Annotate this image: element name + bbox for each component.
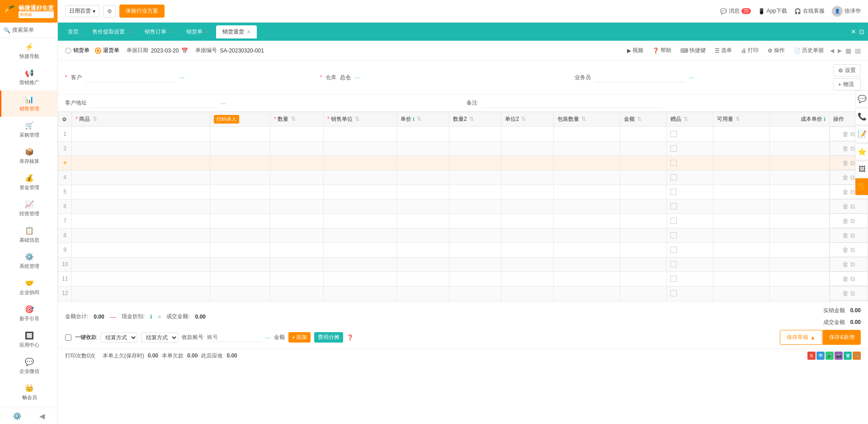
- qty-cell-10[interactable]: [270, 257, 324, 272]
- gift-checkbox-9[interactable]: [670, 247, 677, 253]
- product-cell-12[interactable]: [72, 286, 210, 300]
- account-input[interactable]: [207, 333, 261, 342]
- qty-cell-11[interactable]: [270, 272, 324, 286]
- qty-cell-2[interactable]: [270, 141, 324, 156]
- add-row-btn-3[interactable]: +: [63, 159, 67, 167]
- user-menu[interactable]: 👤 徐泽华: [832, 6, 861, 17]
- right-panel-star[interactable]: ⭐: [855, 143, 868, 160]
- right-panel-phone[interactable]: 📞: [855, 108, 868, 125]
- price-cell-2[interactable]: [396, 141, 449, 156]
- gift-cell-8[interactable]: [666, 228, 713, 243]
- staff-input[interactable]: [594, 73, 685, 82]
- sidebar-item-enterprise[interactable]: 🤝 企业协同: [0, 274, 57, 300]
- tab-sales-delivery-close[interactable]: ✕: [205, 29, 209, 34]
- product-sort-icon[interactable]: ⇅: [93, 116, 97, 122]
- qty-cell-12[interactable]: [270, 286, 324, 300]
- cost-info-icon[interactable]: ℹ: [824, 116, 826, 122]
- row-delete-9[interactable]: 🗑: [842, 246, 849, 253]
- gift-cell-6[interactable]: [666, 199, 713, 214]
- qty2-cell-8[interactable]: [449, 228, 501, 243]
- sidebar-item-marketing[interactable]: 📢 营销推广: [0, 64, 57, 91]
- online-service-btn[interactable]: 🎧 在线客服: [794, 7, 825, 15]
- row-copy-3[interactable]: ⧉: [850, 159, 855, 167]
- staff-ellipsis[interactable]: ···: [689, 74, 694, 81]
- gift-checkbox-8[interactable]: [670, 232, 677, 238]
- sidebar-item-purchase[interactable]: 🛒 采购管理: [0, 117, 57, 143]
- gift-checkbox-6[interactable]: [670, 203, 677, 210]
- gift-checkbox-4[interactable]: [670, 174, 677, 181]
- qty-cell-6[interactable]: [270, 199, 324, 214]
- qty2-cell-9[interactable]: [449, 243, 501, 257]
- unit-cell-7[interactable]: [323, 214, 396, 228]
- row-copy-2[interactable]: ⧉: [850, 145, 855, 152]
- row-delete-2[interactable]: 🗑: [842, 145, 849, 152]
- row-copy-10[interactable]: ⧉: [850, 261, 855, 268]
- product-input-active[interactable]: [75, 160, 206, 166]
- row-copy-8[interactable]: ⧉: [850, 232, 855, 239]
- product-cell-6[interactable]: [72, 199, 210, 214]
- qty2-sort-icon[interactable]: ⇅: [469, 116, 474, 122]
- product-cell-7[interactable]: [72, 214, 210, 228]
- product-cell-9[interactable]: [72, 243, 210, 257]
- scan-btn[interactable]: 扫码录入: [214, 115, 239, 124]
- row-delete-8[interactable]: 🗑: [842, 232, 849, 239]
- experience-btn[interactable]: 体验行业方案: [119, 5, 165, 18]
- view-list-icon[interactable]: ▦: [845, 47, 851, 54]
- row-copy-12[interactable]: ⧉: [850, 290, 855, 297]
- unit-cell-9[interactable]: [323, 243, 396, 257]
- price-cell-9[interactable]: [396, 243, 449, 257]
- unit-cell-10[interactable]: [323, 257, 396, 272]
- amount-sort-icon[interactable]: ⇅: [637, 116, 642, 122]
- qty2-cell-1[interactable]: [449, 127, 501, 142]
- radio-delivery[interactable]: 销货单: [65, 47, 90, 54]
- row-copy-4[interactable]: ⧉: [850, 174, 855, 181]
- sidebar-bottom-collapse[interactable]: ◀: [39, 412, 45, 420]
- remarks-input[interactable]: [481, 98, 662, 108]
- avail-sort-icon[interactable]: ⇅: [736, 116, 740, 122]
- qty2-cell-2[interactable]: [449, 141, 501, 156]
- product-cell-2[interactable]: [72, 141, 210, 156]
- row-delete-1[interactable]: 🗑: [842, 130, 849, 138]
- one-key-receive-checkbox[interactable]: [65, 334, 71, 341]
- gift-checkbox-2[interactable]: [670, 145, 677, 152]
- settings-btn[interactable]: ⚙ 设置: [833, 64, 861, 76]
- unit-cell-5[interactable]: [323, 185, 396, 199]
- product-cell-11[interactable]: [72, 272, 210, 286]
- toolbar-video[interactable]: ▶ 视频: [624, 45, 646, 56]
- gift-checkbox-1[interactable]: [670, 131, 677, 137]
- sidebar-item-operations[interactable]: 📈 经营管理: [0, 195, 57, 222]
- price-cell-7[interactable]: [396, 214, 449, 228]
- price-cell-12[interactable]: [396, 286, 449, 300]
- unit-cell-4[interactable]: [323, 170, 396, 185]
- unit-cell-6[interactable]: [323, 199, 396, 214]
- qty-cell-4[interactable]: [270, 170, 324, 185]
- qty2-cell-11[interactable]: [449, 272, 501, 286]
- right-panel-image[interactable]: 🖼: [855, 161, 868, 177]
- gift-cell-11[interactable]: [666, 272, 713, 286]
- tab-price-setting-close[interactable]: ✕: [127, 29, 131, 34]
- qty-cell-7[interactable]: [270, 214, 324, 228]
- gear-header-icon[interactable]: ⚙: [62, 116, 67, 123]
- gift-cell-4[interactable]: [666, 170, 713, 185]
- sidebar-item-apps[interactable]: 🔲 应用中心: [0, 327, 57, 353]
- warehouse-ellipsis[interactable]: ···: [354, 74, 360, 81]
- tab-sales-return-close[interactable]: ✕: [247, 29, 250, 34]
- view-detail-icon[interactable]: ▤: [855, 47, 861, 54]
- price-cell-11[interactable]: [396, 272, 449, 286]
- unit-cell-1[interactable]: [323, 127, 396, 142]
- qty2-cell-10[interactable]: [449, 257, 501, 272]
- radio-return[interactable]: 退货单: [95, 47, 119, 54]
- right-panel-chat[interactable]: 💬: [855, 91, 868, 107]
- row-delete-7[interactable]: 🗑: [842, 217, 849, 224]
- app-download-btn[interactable]: 📱 App下载: [758, 7, 787, 15]
- calendar-icon[interactable]: 📅: [181, 48, 188, 54]
- price-cell-6[interactable]: [396, 199, 449, 214]
- unit2-sort-icon[interactable]: ⇅: [521, 116, 526, 122]
- toolbar-select[interactable]: ☰ 选单: [712, 45, 735, 56]
- row-copy-1[interactable]: ⧉: [850, 130, 855, 138]
- price-cell-4[interactable]: [396, 170, 449, 185]
- unit-cell-12[interactable]: [323, 286, 396, 300]
- gift-checkbox-12[interactable]: [670, 290, 677, 296]
- sidebar-item-guide[interactable]: 🎯 新手引导: [0, 300, 57, 327]
- pack-sort-icon[interactable]: ⇅: [581, 116, 586, 122]
